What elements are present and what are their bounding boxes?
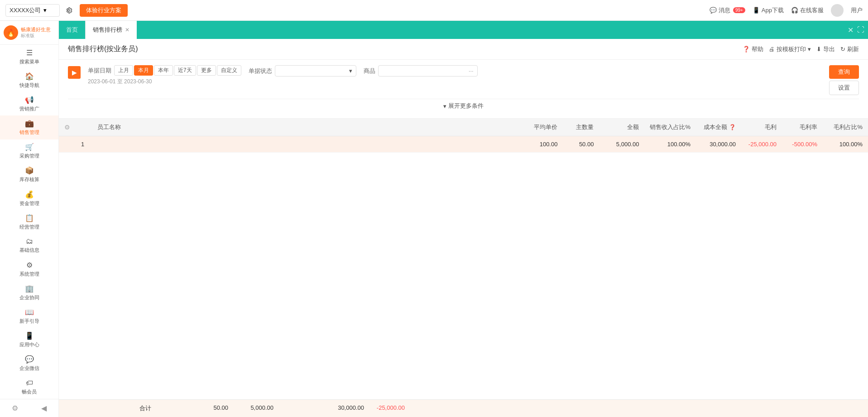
refresh-button[interactable]: ↻ 刷新 [840,45,859,53]
table-container: ⚙ 员工名称 平均单价 主数量 全额 销售收入占比% 成本全额 ❓ [59,119,868,399]
tab-bar: 首页 销售排行榜 ✕ ✕ ⛶ [59,21,868,39]
sidebar-item-wechat[interactable]: 💬 企业微信 [0,352,58,375]
row-num: 1 [76,136,92,153]
sidebar-item-label: 企业微信 [19,365,39,372]
tab-sales-rank[interactable]: 销售排行榜 ✕ [85,21,137,39]
help-button[interactable]: ❓ 帮助 [743,45,763,53]
company-selector[interactable]: XXXXX公司 ▾ [5,4,60,17]
footer-num-cell [81,404,97,412]
row-gross-pct: 100.00% [823,136,868,153]
chevron-down-icon: ▾ [443,103,446,110]
col-name: 员工名称 [92,119,522,136]
operations-icon: 📋 [25,214,34,222]
sidebar-bottom: ⚙ ◀ [0,399,58,417]
message-icon: 💬 [710,7,717,14]
custom-btn[interactable]: 自定义 [217,65,241,76]
sidebar-item-finance[interactable]: 💰 资金管理 [0,187,58,210]
online-service-label: 在线客服 [800,6,824,14]
sales-icon: 💼 [25,119,34,128]
tab-home[interactable]: 首页 [59,21,85,39]
print-label: 按模板打印 [777,45,806,53]
sidebar-item-inventory[interactable]: 📦 库存核算 [0,163,58,187]
guide-icon: 📖 [25,308,34,316]
sidebar-item-sales[interactable]: 💼 销售管理 [0,115,58,139]
avatar[interactable] [831,4,844,17]
sidebar-item-label: 搜索菜单 [19,58,39,65]
row-cost: 30,000.00 [696,136,741,153]
message-badge: 99+ [733,7,745,13]
col-cost: 成本全额 ❓ [696,119,741,136]
row-amount: 5,000.00 [599,136,644,153]
prev-month-btn[interactable]: 上月 [114,65,133,76]
member-icon: 🏷 [26,379,33,387]
export-button[interactable]: ⬇ 导出 [816,45,835,53]
expand-more-row[interactable]: ▾ 展开更多条件 [68,99,859,113]
sidebar-item-label: 应用中心 [19,341,39,348]
sidebar-item-label: 系统管理 [19,271,39,278]
goods-label: 商品 [364,67,375,75]
date-label: 单据日期 [88,67,111,75]
query-button[interactable]: 查询 [829,65,859,79]
basic-info-icon: 🗂 [26,237,33,245]
help-label: 帮助 [752,45,763,53]
filter-actions: 查询 设置 [829,65,859,95]
avatar-name: 用户 [851,6,863,14]
main-layout: 🔥 畅康通好生意 标准版 ☰ 搜索菜单 🏠 快捷导航 📢 营销推广 💼 销售管理… [0,21,868,417]
sidebar-item-quick-nav[interactable]: 🏠 快捷导航 [0,68,58,92]
filter-row-top: ▶ 单据日期 上月 本月 本年 近7天 更多 自定义 [68,65,859,95]
sidebar-item-marketing[interactable]: 📢 营销推广 [0,92,58,115]
7days-btn[interactable]: 近7天 [174,65,196,76]
sidebar-item-purchase[interactable]: 🛒 采购管理 [0,139,58,163]
app-download-button[interactable]: 📱 App下载 [753,6,784,14]
logo-icon: 🔥 [4,25,18,40]
message-button[interactable]: 💬 消息 99+ [710,6,745,14]
expand-label: 展开更多条件 [448,102,484,110]
enterprise-icon: 🏢 [25,284,34,293]
filter-area: ▶ 单据日期 上月 本月 本年 近7天 更多 自定义 [59,60,868,119]
company-name: XXXXX公司 [10,6,41,14]
year-btn[interactable]: 本年 [154,65,173,76]
tab-restore-icon[interactable]: ⛶ [857,26,864,34]
footer-qty: 50.00 [192,404,228,412]
col-settings-icon[interactable]: ⚙ [64,124,70,131]
date-filter-row: 单据日期 上月 本月 本年 近7天 更多 自定义 [88,65,241,76]
message-label: 消息 [719,6,730,14]
logo-text-group: 畅康通好生意 标准版 [21,26,51,39]
footer-label: 合计 [97,404,151,412]
gear-button[interactable] [62,4,75,17]
page-inner: 销售排行榜(按业务员) ❓ 帮助 🖨 按模板打印 ▾ ⬇ 导出 [59,39,868,417]
sidebar-item-basic-info[interactable]: 🗂 基础信息 [0,234,58,257]
marketing-icon: 📢 [25,96,34,104]
sidebar-collapse-icon[interactable]: ◀ [41,404,47,412]
export-icon: ⬇ [816,46,821,53]
status-select[interactable]: ▾ [275,65,356,77]
sidebar-item-label: 基础信息 [19,247,39,254]
footer-cost: 30,000.00 [319,404,364,412]
system-icon: ⚙ [26,261,33,269]
cost-label: 成本全额 [704,124,727,130]
sidebar-item-guide[interactable]: 📖 新手引导 [0,305,58,328]
print-button[interactable]: 🖨 按模板打印 ▾ [769,45,811,53]
tab-close-all-icon[interactable]: ✕ [848,26,854,34]
more-btn[interactable]: 更多 [197,65,216,76]
settings-button[interactable]: 设置 [829,81,859,95]
goods-input[interactable]: ··· [378,65,478,77]
trial-button[interactable]: 体验行业方案 [80,4,128,17]
cost-help-icon[interactable]: ❓ [729,124,736,130]
sidebar-item-app-center[interactable]: 📱 应用中心 [0,328,58,352]
cur-month-btn[interactable]: 本月 [134,65,153,76]
online-service-button[interactable]: 🎧 在线客服 [791,6,824,14]
sidebar-item-label: 经营管理 [19,224,39,230]
sidebar-item-label: 库存核算 [19,176,39,183]
col-settings[interactable]: ⚙ [59,119,76,136]
sidebar-item-label: 畅会员 [22,388,37,395]
sidebar-item-operations[interactable]: 📋 经营管理 [0,210,58,234]
sidebar-settings-icon[interactable]: ⚙ [12,404,18,412]
sidebar-item-member[interactable]: 🏷 畅会员 [0,375,58,399]
filter-toggle-icon[interactable]: ▶ [68,66,81,79]
sidebar-item-system[interactable]: ⚙ 系统管理 [0,257,58,281]
sidebar-item-enterprise[interactable]: 🏢 企业协同 [0,281,58,304]
footer-cells: 合计 50.00 5,000.00 30,000.00 -25,000.00 [64,404,863,412]
sidebar-item-search-order[interactable]: ☰ 搜索菜单 [0,45,58,68]
tab-close-icon[interactable]: ✕ [125,27,129,33]
